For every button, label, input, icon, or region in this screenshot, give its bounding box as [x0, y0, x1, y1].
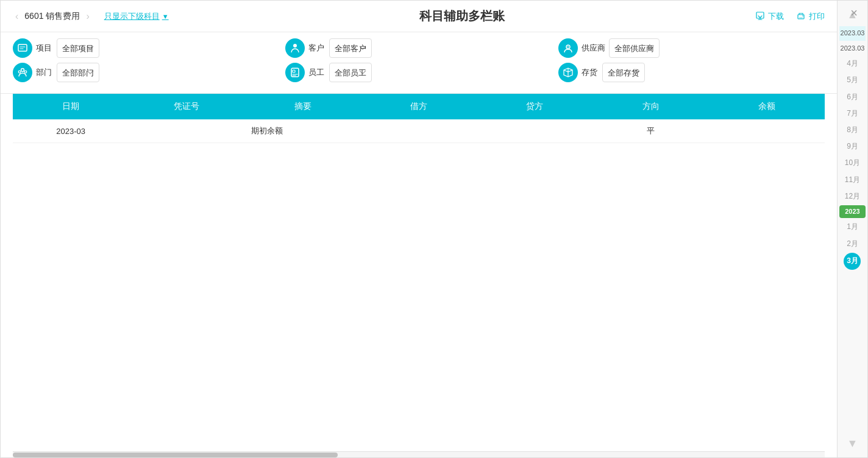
filter-row-2: 部门 全部部门 员工 全部员工 — [13, 63, 825, 82]
print-btn[interactable]: 打印 — [796, 11, 825, 22]
inventory-filter-item: 存货 全部存货 — [558, 63, 825, 82]
cell-credit — [477, 119, 592, 143]
sidebar-months: 2023.03 2023.03 4月 5月 6月 7月 8月 9月 10月 11… — [839, 24, 866, 434]
col-direction: 方向 — [592, 94, 708, 119]
customer-filter-item: 客户 全部客户 — [285, 38, 552, 58]
svg-rect-4 — [18, 44, 27, 51]
close-button[interactable]: × — [850, 7, 858, 19]
employee-icon — [285, 63, 305, 82]
cell-voucher — [129, 119, 244, 143]
col-debit: 借方 — [361, 94, 477, 119]
sidebar-month-1[interactable]: 1月 — [839, 219, 866, 234]
col-voucher: 凭证号 — [129, 94, 244, 119]
project-select[interactable]: 全部项目 — [57, 38, 99, 58]
filter-row-1: 项目 全部项目 客户 全部客户 — [13, 38, 825, 58]
sidebar-year-badge[interactable]: 2023 — [839, 205, 866, 219]
sidebar-header-2[interactable]: 2023.03 — [839, 42, 866, 55]
inventory-select[interactable]: 全部存货 — [602, 63, 645, 82]
download-icon — [755, 12, 765, 21]
dept-filter-item: 部门 全部部门 — [13, 63, 279, 82]
bottom-scrollbar[interactable] — [13, 451, 825, 457]
show-sub-account-btn[interactable]: 只显示下级科目 ▼ — [104, 11, 169, 22]
dept-select[interactable]: 全部部门 — [57, 63, 99, 82]
table-container: 日期 凭证号 摘要 借方 贷方 方向 余额 2023-03 — [13, 94, 825, 451]
project-label: 项目 — [36, 43, 53, 54]
svg-rect-11 — [293, 70, 295, 72]
sidebar-header-1[interactable]: 2023.03 — [839, 26, 866, 41]
toolbar-actions: 下载 打印 — [755, 11, 825, 22]
account-code: 6601 销售费用 — [24, 11, 80, 22]
project-select-wrapper: 全部项目 — [57, 38, 279, 58]
sidebar-month-9[interactable]: 9月 — [839, 139, 866, 154]
nav-prev-btn[interactable]: ‹ — [13, 10, 21, 23]
sidebar-month-11[interactable]: 11月 — [839, 172, 866, 188]
supplier-select[interactable]: 全部供应商 — [609, 38, 660, 58]
main-window: ▲ 2023.03 2023.03 4月 5月 6月 7月 8月 9月 10月 … — [0, 0, 868, 458]
main-content: 日期 凭证号 摘要 借方 贷方 方向 余额 2023-03 — [1, 94, 837, 457]
sidebar-scroll-down[interactable]: ▼ — [844, 434, 862, 453]
customer-select[interactable]: 全部客户 — [329, 38, 372, 58]
table-header-row: 日期 凭证号 摘要 借方 贷方 方向 余额 — [13, 94, 825, 119]
supplier-icon — [558, 38, 578, 58]
data-table: 日期 凭证号 摘要 借方 贷方 方向 余额 2023-03 — [13, 94, 825, 143]
supplier-select-wrapper: 全部供应商 — [609, 38, 825, 58]
inventory-icon — [558, 63, 578, 82]
cell-date: 2023-03 — [13, 119, 129, 143]
svg-point-3 — [802, 15, 803, 16]
customer-select-wrapper: 全部客户 — [329, 38, 552, 58]
download-btn[interactable]: 下载 — [755, 11, 784, 22]
sidebar-month-7[interactable]: 7月 — [839, 106, 866, 121]
inventory-select-wrapper: 全部存货 — [602, 63, 825, 82]
employee-label: 员工 — [308, 67, 326, 78]
svg-point-8 — [18, 71, 21, 73]
project-filter-item: 项目 全部项目 — [13, 38, 279, 58]
customer-label: 客户 — [308, 43, 326, 54]
show-sub-chevron: ▼ — [162, 13, 169, 20]
sidebar-month-5[interactable]: 5月 — [839, 72, 866, 88]
svg-point-6 — [567, 46, 569, 48]
cell-summary: 期初余额 — [245, 119, 361, 143]
employee-select-wrapper: 全部员工 — [329, 63, 552, 82]
sidebar-month-10[interactable]: 10月 — [839, 155, 866, 171]
supplier-filter-item: 供应商 全部供应商 — [558, 38, 825, 58]
cell-balance — [709, 119, 825, 143]
print-icon — [796, 12, 806, 21]
dept-select-wrapper: 全部部门 — [57, 63, 279, 82]
project-icon — [13, 38, 32, 58]
filter-area: 项目 全部项目 客户 全部客户 — [1, 32, 837, 94]
employee-filter-item: 员工 全部员工 — [285, 63, 552, 82]
account-nav: ‹ 6601 销售费用 › — [13, 10, 92, 23]
inventory-label: 存货 — [582, 67, 599, 78]
scrollbar-thumb — [13, 453, 338, 457]
sidebar-month-6[interactable]: 6月 — [839, 90, 866, 105]
dept-icon — [13, 63, 32, 82]
toolbar: ‹ 6601 销售费用 › 只显示下级科目 ▼ 科目辅助多栏账 — [1, 1, 837, 32]
cell-debit — [361, 119, 477, 143]
sidebar-month-2[interactable]: 2月 — [839, 236, 866, 252]
cell-direction: 平 — [592, 119, 708, 143]
customer-icon — [285, 38, 305, 58]
sidebar-month-4[interactable]: 4月 — [839, 56, 866, 71]
svg-point-9 — [24, 71, 27, 73]
sidebar-month-12[interactable]: 12月 — [839, 189, 866, 204]
nav-next-btn[interactable]: › — [84, 10, 91, 23]
employee-select[interactable]: 全部员工 — [329, 63, 372, 82]
table-row: 2023-03 期初余额 平 — [13, 119, 825, 143]
col-date: 日期 — [13, 94, 129, 119]
supplier-label: 供应商 — [582, 43, 605, 54]
svg-point-7 — [21, 69, 24, 72]
col-summary: 摘要 — [245, 94, 361, 119]
col-balance: 余额 — [709, 94, 825, 119]
page-title: 科目辅助多栏账 — [175, 8, 749, 24]
sidebar-month-8[interactable]: 8月 — [839, 122, 866, 138]
dept-label: 部门 — [36, 67, 53, 78]
svg-rect-2 — [799, 17, 803, 19]
sidebar-month-3-active[interactable]: 3月 — [844, 253, 861, 270]
content-area: ‹ 6601 销售费用 › 只显示下级科目 ▼ 科目辅助多栏账 — [1, 1, 837, 457]
right-sidebar: ▲ 2023.03 2023.03 4月 5月 6月 7月 8月 9月 10月 … — [837, 1, 867, 457]
col-credit: 贷方 — [477, 94, 592, 119]
